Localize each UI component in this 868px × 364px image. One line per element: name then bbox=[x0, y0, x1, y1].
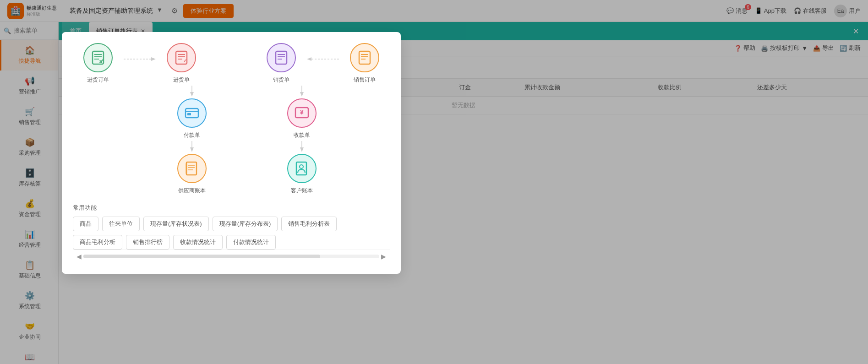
supplier-ledger-label: 供应商账本 bbox=[178, 187, 206, 195]
scroll-thumb bbox=[83, 255, 320, 258]
sales-order-circle bbox=[350, 43, 379, 72]
vertical-arrows-row bbox=[73, 84, 390, 98]
payment-circle bbox=[177, 98, 207, 128]
svg-marker-32 bbox=[190, 147, 194, 152]
func-btn-inventory-dist[interactable]: 现存量(库存分布表) bbox=[213, 217, 278, 231]
func-btn-sales-rank[interactable]: 销售排行榜 bbox=[126, 235, 169, 250]
flow-row-1: 进货订单 ✓ 进货单 bbox=[73, 43, 390, 84]
flow-row-3: 供应商账本 客户账本 bbox=[73, 154, 390, 195]
svg-rect-28 bbox=[187, 113, 191, 115]
customer-ledger-label: 客户账本 bbox=[291, 187, 313, 195]
func-buttons: 商品 往来单位 现存量(库存状况表) 现存量(库存分布表) 销售毛利分析表 商品… bbox=[73, 217, 390, 250]
flow-item-receipt[interactable]: ¥ 收款单 bbox=[274, 98, 329, 139]
arrow-h1 bbox=[123, 55, 156, 63]
flow-item-customer-ledger[interactable]: 客户账本 bbox=[274, 154, 329, 195]
svg-text:✓: ✓ bbox=[183, 58, 187, 63]
purchase-receipt-label: 进货单 bbox=[173, 76, 190, 84]
flow-item-purchase-receipt[interactable]: ✓ 进货单 bbox=[156, 43, 206, 84]
func-btn-sales-margin[interactable]: 销售毛利分析表 bbox=[281, 217, 337, 231]
purchase-order-label: 进货订单 bbox=[87, 76, 109, 84]
scroll-left-icon[interactable]: ◀ bbox=[76, 253, 82, 260]
flow-row-2: 付款单 ¥ 收款单 bbox=[73, 98, 390, 139]
func-btn-partner[interactable]: 往来单位 bbox=[102, 217, 140, 231]
flow-item-sales-order[interactable]: 销售订单 bbox=[340, 43, 390, 84]
flow-modal: 进货订单 ✓ 进货单 bbox=[62, 32, 401, 274]
modal-overlay[interactable]: 进货订单 ✓ 进货单 bbox=[0, 0, 868, 364]
svg-rect-12 bbox=[276, 51, 287, 64]
sales-order-label: 销售订单 bbox=[354, 76, 376, 84]
sales-receipt-circle bbox=[267, 43, 296, 72]
svg-marker-25 bbox=[300, 92, 304, 97]
flow-item-purchase-order[interactable]: 进货订单 bbox=[73, 43, 123, 84]
flow-section: 进货订单 ✓ 进货单 bbox=[73, 43, 390, 195]
purchase-receipt-circle: ✓ bbox=[167, 43, 196, 72]
svg-point-41 bbox=[300, 165, 303, 168]
customer-ledger-circle bbox=[287, 154, 317, 183]
func-btn-inventory-status[interactable]: 现存量(库存状况表) bbox=[143, 217, 209, 231]
svg-rect-26 bbox=[186, 109, 198, 118]
scroll-hint: ◀ ▶ bbox=[73, 250, 390, 263]
svg-marker-6 bbox=[151, 57, 156, 61]
scroll-right-icon[interactable]: ▶ bbox=[381, 253, 386, 260]
svg-rect-35 bbox=[186, 162, 197, 175]
purchase-order-circle bbox=[83, 43, 113, 72]
arrow-h2 bbox=[306, 55, 340, 63]
receipt-circle: ¥ bbox=[287, 98, 317, 128]
payment-label: 付款单 bbox=[184, 131, 200, 139]
func-btn-receipt-stat[interactable]: 收款情况统计 bbox=[173, 235, 223, 250]
func-btn-product[interactable]: 商品 bbox=[73, 217, 98, 231]
common-functions-title: 常用功能 bbox=[73, 204, 390, 212]
func-btn-product-margin[interactable]: 商品毛利分析 bbox=[73, 235, 122, 250]
vertical-arrows-row-2 bbox=[73, 139, 390, 154]
svg-rect-36 bbox=[186, 163, 187, 174]
flow-item-payment[interactable]: 付款单 bbox=[164, 98, 219, 139]
svg-marker-23 bbox=[190, 92, 194, 97]
svg-text:¥: ¥ bbox=[300, 109, 304, 116]
svg-marker-16 bbox=[307, 57, 311, 61]
svg-rect-18 bbox=[359, 51, 370, 64]
supplier-ledger-circle bbox=[177, 154, 207, 183]
flow-item-sales-receipt[interactable]: 销货单 bbox=[257, 43, 306, 84]
func-btn-payment-stat[interactable]: 付款情况统计 bbox=[226, 235, 276, 250]
flow-item-supplier-ledger[interactable]: 供应商账本 bbox=[164, 154, 219, 195]
common-functions: 常用功能 商品 往来单位 现存量(库存状况表) 现存量(库存分布表) 销售毛利分… bbox=[73, 204, 390, 250]
scroll-track[interactable] bbox=[83, 255, 379, 258]
sales-receipt-label: 销货单 bbox=[273, 76, 289, 84]
receipt-label: 收款单 bbox=[294, 131, 310, 139]
svg-marker-34 bbox=[300, 147, 304, 152]
